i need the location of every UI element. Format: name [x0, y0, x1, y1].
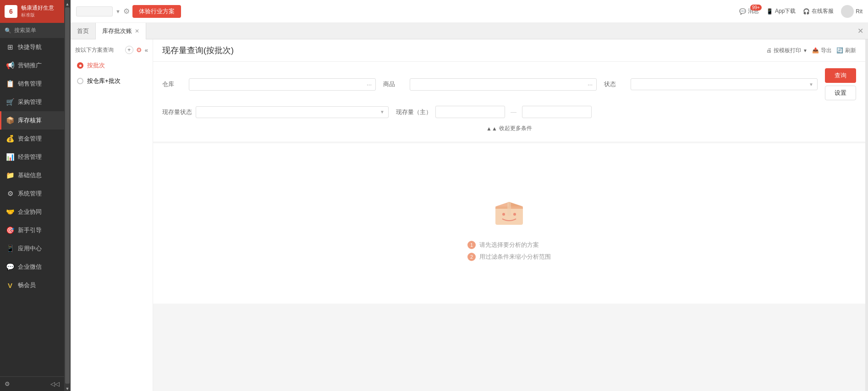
- print-template-label: 按模板打印: [774, 47, 801, 54]
- settings-icon[interactable]: ⚙: [5, 380, 10, 387]
- tip-text-2: 用过滤条件来缩小分析范围: [479, 253, 551, 261]
- radio-by-batch: [77, 62, 83, 69]
- username-label: Rit: [856, 8, 863, 15]
- topbar-right: 💬 消息 99+ 📱 App下载 🎧 在线客服 Rit: [739, 5, 863, 18]
- online-service-label: 在线客服: [812, 7, 834, 15]
- collapse-filter-btn[interactable]: ▲▲ 收起更多条件: [162, 122, 856, 135]
- page-actions: 🖨 按模板打印 ▼ 📤 导出 🔄 刷新: [766, 47, 856, 54]
- print-template-btn[interactable]: 🖨 按模板打印 ▼: [766, 47, 808, 54]
- collapse-sidebar-icon[interactable]: ◁◁: [50, 380, 60, 387]
- newbie-icon: 🎯: [6, 226, 14, 234]
- scheme-settings-icon[interactable]: ⚙: [136, 46, 142, 54]
- tab-batch-close-icon[interactable]: ✕: [135, 28, 139, 34]
- message-btn[interactable]: 💬 消息 99+: [739, 7, 759, 15]
- sidebar-item-inventory[interactable]: 📦 库存核算: [0, 111, 64, 130]
- content: 按以下方案查询 + ⚙ « 按批次 按仓库+批次 现存量: [71, 39, 868, 391]
- sidebar-item-basic[interactable]: 📁 基础信息: [0, 166, 64, 185]
- scheme-by-warehouse-batch[interactable]: 按仓库+批次: [71, 73, 153, 89]
- svg-marker-1: [495, 202, 509, 206]
- product-dots-icon[interactable]: ···: [588, 81, 593, 88]
- member-icon: V: [6, 281, 14, 289]
- filter-inventory-status: 现存量状态 ▼: [162, 106, 389, 118]
- sidebar-item-member[interactable]: V 畅会员: [0, 276, 64, 294]
- online-service-btn[interactable]: 🎧 在线客服: [803, 7, 834, 15]
- qty-to-value: [526, 109, 528, 115]
- warehouse-input[interactable]: ···: [189, 78, 376, 91]
- search-menu[interactable]: 🔍 搜索菜单: [0, 23, 64, 38]
- finance-icon: 💰: [6, 135, 14, 143]
- search-icon: 🔍: [5, 27, 11, 34]
- scroll-track: [65, 7, 70, 384]
- tab-home-label: 首页: [77, 27, 89, 35]
- user-avatar-btn[interactable]: Rit: [841, 5, 863, 18]
- tabs-bar: 首页 库存批次账 ✕ ✕: [71, 23, 868, 39]
- sidebar-header: 6 畅康通好生意 标准版: [0, 0, 64, 23]
- scroll-up-btn[interactable]: ▲: [65, 1, 70, 5]
- filter-status: 状态 ▼: [604, 78, 818, 90]
- filter-row-1: 仓库 ··· 商品 ···: [162, 68, 856, 100]
- basic-icon: 📁: [6, 171, 14, 179]
- status-select[interactable]: ▼: [631, 78, 818, 90]
- sidebar-item-newbie[interactable]: 🎯 新手引导: [0, 221, 64, 239]
- status-value: [635, 81, 636, 87]
- warehouse-label: 仓库: [162, 80, 185, 88]
- sidebar-item-label: 企业微信: [18, 263, 42, 271]
- operation-icon: 📊: [6, 153, 14, 161]
- right-resize-handle[interactable]: [865, 39, 868, 391]
- svg-marker-2: [509, 202, 523, 206]
- tab-home[interactable]: 首页: [71, 23, 96, 39]
- message-icon: 💬: [739, 8, 746, 15]
- scheme-by-batch[interactable]: 按批次: [71, 58, 153, 73]
- sidebar-item-enterprise[interactable]: 🤝 企业协同: [0, 203, 64, 221]
- tip-num-1: 1: [467, 241, 476, 249]
- sidebar-item-sales[interactable]: 📋 销售管理: [0, 75, 64, 93]
- query-btn[interactable]: 查询: [825, 68, 856, 83]
- sidebar-item-wechat[interactable]: 💬 企业微信: [0, 258, 64, 276]
- scheme-by-batch-label: 按批次: [87, 61, 105, 70]
- filter-settings-btn[interactable]: 设置: [825, 86, 856, 100]
- product-input[interactable]: ···: [410, 78, 597, 91]
- inventory-status-chevron-icon: ▼: [380, 109, 385, 114]
- breadcrumb: [76, 6, 113, 16]
- svg-point-6: [513, 213, 516, 216]
- sidebar: 6 畅康通好生意 标准版 🔍 搜索菜单 ⊞ 快捷导航 📢 营销推广 📋 销售管理…: [0, 0, 64, 391]
- export-btn[interactable]: 📤 导出: [812, 47, 832, 54]
- quick-nav-icon: ⊞: [6, 43, 14, 51]
- refresh-label: 刷新: [845, 47, 856, 54]
- inventory-qty-from[interactable]: [435, 106, 505, 118]
- topbar-gear-icon[interactable]: ⚙: [123, 7, 130, 16]
- refresh-btn[interactable]: 🔄 刷新: [836, 47, 856, 54]
- sidebar-item-finance[interactable]: 💰 资金管理: [0, 130, 64, 148]
- scroll-down-btn[interactable]: ▼: [65, 386, 70, 390]
- app-download-btn[interactable]: 📱 App下载: [766, 7, 796, 15]
- tip-text-1: 请先选择要分析的方案: [479, 241, 539, 249]
- print-chevron-icon: ▼: [803, 48, 808, 53]
- left-panel-title: 按以下方案查询: [75, 46, 114, 54]
- close-all-tabs-icon[interactable]: ✕: [857, 27, 863, 35]
- sidebar-item-system[interactable]: ⚙ 系统管理: [0, 185, 64, 203]
- left-panel: 按以下方案查询 + ⚙ « 按批次 按仓库+批次: [71, 39, 153, 391]
- tab-batch-account[interactable]: 库存批次账 ✕: [96, 23, 146, 39]
- empty-tip-2: 2 用过滤条件来缩小分析范围: [467, 253, 551, 261]
- sidebar-item-purchase[interactable]: 🛒 采购管理: [0, 93, 64, 111]
- sidebar-item-app-center[interactable]: 📱 应用中心: [0, 239, 64, 258]
- sidebar-item-marketing[interactable]: 📢 营销推广: [0, 56, 64, 75]
- headset-icon: 🎧: [803, 8, 810, 15]
- qty-from-value: [439, 109, 441, 115]
- inventory-status-select[interactable]: ▼: [196, 106, 389, 118]
- warehouse-dots-icon[interactable]: ···: [367, 81, 372, 88]
- app-center-icon: 📱: [6, 244, 14, 253]
- add-scheme-icon[interactable]: +: [125, 46, 133, 54]
- sidebar-item-label: 畅会员: [18, 281, 36, 289]
- sidebar-item-operation[interactable]: 📊 经营管理: [0, 148, 64, 166]
- app-logo: 6: [5, 5, 17, 18]
- collapse-left-icon[interactable]: «: [145, 47, 148, 54]
- breadcrumb-text: [80, 8, 88, 15]
- sidebar-item-label: 经营管理: [18, 153, 42, 161]
- inventory-qty-to[interactable]: [522, 106, 592, 118]
- trial-btn[interactable]: 体验行业方案: [132, 5, 181, 18]
- sidebar-item-quick-nav[interactable]: ⊞ 快捷导航: [0, 38, 64, 56]
- app-version: 标准版: [21, 12, 54, 18]
- sidebar-footer: ⚙ ◁◁: [0, 376, 64, 391]
- svg-point-5: [502, 213, 505, 216]
